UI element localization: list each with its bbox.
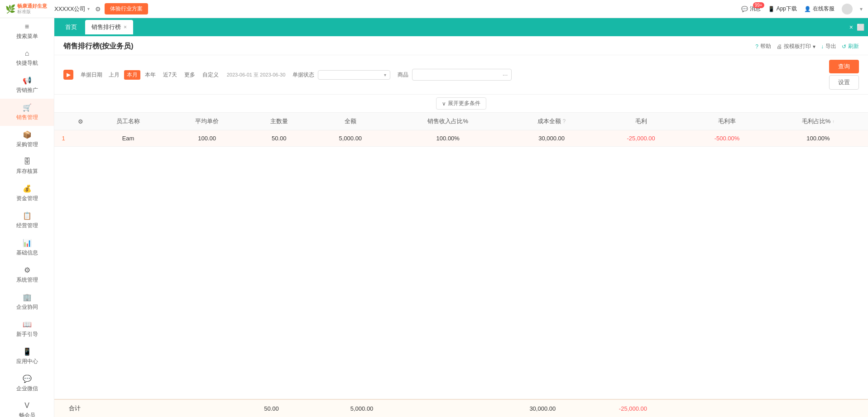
query-buttons: 查询 设置 (829, 60, 859, 90)
date-opt-4[interactable]: 更多 (182, 70, 198, 80)
messages-area[interactable]: 💬 消息 99+ (741, 5, 761, 13)
col-settings[interactable]: ⚙ (72, 113, 89, 130)
sidebar-item-system[interactable]: ⚙系统管理 (0, 261, 54, 288)
date-opt-1[interactable]: 本月 (124, 70, 140, 80)
app-download-area[interactable]: 📱 App下载 (768, 5, 797, 13)
window-max-btn[interactable]: ⬜ (857, 24, 864, 31)
sidebar-item-finance[interactable]: 💰资金管理 (0, 180, 54, 207)
sidebar-item-wechat[interactable]: 💬企业微信 (0, 370, 54, 397)
col-qty: 主数量 (246, 113, 312, 130)
online-service-area[interactable]: 👤 在线客服 (804, 5, 834, 13)
sidebar-label-search: 搜索菜单 (16, 33, 38, 40)
settings-icon[interactable]: ⚙ (95, 5, 101, 13)
table-row: 1 Eam 100.00 50.00 5,000.00 100.00% 30,0… (54, 130, 868, 147)
table-footer: 合计 50.00 5,000.00 30,000.00 -25,000.00 (54, 399, 868, 417)
setting-button[interactable]: 设置 (829, 75, 859, 90)
sidebar-label-wechat: 企业微信 (16, 385, 38, 393)
footer-gross: -25,000.00 (588, 405, 678, 412)
more-options-icon[interactable]: ··· (503, 71, 508, 78)
tab-close-icon[interactable]: × (124, 24, 127, 30)
sidebar-icon-marketing: 📢 (23, 76, 32, 85)
sidebar-item-app-center[interactable]: 📱应用中心 (0, 343, 54, 370)
content-area: 销售排行榜(按业务员) ? 帮助 🖨 按模板打印 ▾ ↓ 导出 (54, 36, 868, 417)
export-icon: ↓ (821, 43, 824, 50)
cell-sales-ratio: 100.00% (389, 130, 507, 147)
sidebar-label-app-center: 应用中心 (16, 358, 38, 365)
cell-gross-rate: -500.00% (686, 130, 768, 147)
sidebar-item-marketing[interactable]: 📢营销推广 (0, 72, 54, 99)
table-container: ⚙ 员工名称 平均单价 主数量 全额 销售收入占比% 成本全额 ? 毛利 毛利率 (54, 113, 868, 399)
expand-more-button[interactable]: ∨ 展开更多条件 (436, 97, 486, 110)
username: ▾ (860, 6, 863, 12)
top-right-area: 💬 消息 99+ 📱 App下载 👤 在线客服 ▾ (741, 4, 863, 14)
col-gross-ratio: 毛利占比% ↑ (768, 113, 868, 130)
tab-sales-ranking[interactable]: 销售排行榜 × (85, 20, 133, 34)
table-header-row: ⚙ 员工名称 平均单价 主数量 全额 销售收入占比% 成本全额 ? 毛利 毛利率 (54, 113, 868, 130)
header-actions: ? 帮助 🖨 按模板打印 ▾ ↓ 导出 ↺ 刷新 (755, 43, 859, 50)
tab-label: 销售排行榜 (91, 23, 121, 31)
gross-ratio-sort-icon[interactable]: ↑ (832, 119, 834, 124)
expand-more-row: ∨ 展开更多条件 (54, 95, 868, 113)
sidebar-item-guide[interactable]: 📖新手引导 (0, 316, 54, 343)
date-opt-0[interactable]: 上月 (106, 70, 122, 80)
sidebar-icon-purchase: 📦 (23, 130, 32, 139)
sidebar-item-sales[interactable]: 🛒销售管理 (0, 99, 54, 126)
col-gross: 毛利 (596, 113, 686, 130)
avatar[interactable] (842, 4, 853, 14)
sidebar-icon-enterprise: 🏢 (23, 293, 32, 302)
sidebar-item-enterprise[interactable]: 🏢企业协同 (0, 288, 54, 316)
sidebar-icon-inventory: 🗄 (24, 158, 31, 166)
status-label: 单据状态 (293, 71, 314, 79)
cost-help-icon[interactable]: ? (563, 118, 566, 125)
help-label: 帮助 (760, 43, 771, 50)
sidebar-label-inventory: 库存核算 (16, 168, 38, 175)
date-opt-5[interactable]: 自定义 (200, 70, 221, 80)
sidebar-label-enterprise: 企业协同 (16, 303, 38, 311)
sidebar: ≡搜索菜单⌂快捷导航📢营销推广🛒销售管理📦采购管理🗄库存核算💰资金管理📋经营管理… (0, 18, 54, 417)
online-service-label: 在线客服 (813, 5, 834, 13)
company-selector[interactable]: XXXXX公司 ▾ (54, 5, 90, 13)
footer-sales-ratio (407, 405, 498, 412)
sidebar-item-quick-nav[interactable]: ⌂快捷导航 (0, 45, 54, 72)
cell-cost: 30,000.00 (507, 130, 596, 147)
sidebar-item-operations[interactable]: 📋经营管理 (0, 207, 54, 234)
sidebar-label-guide: 新手引导 (16, 331, 38, 338)
sidebar-item-inventory[interactable]: 🗄库存核算 (0, 153, 54, 180)
footer-cells: 50.00 5,000.00 30,000.00 -25,000.00 (136, 405, 859, 412)
window-close-btn[interactable]: × (849, 24, 853, 31)
filter-toggle-arrow[interactable]: ▶ (63, 70, 73, 80)
goods-input[interactable]: ··· (412, 69, 512, 81)
date-opt-3[interactable]: 近7天 (160, 70, 180, 80)
query-button[interactable]: 查询 (829, 60, 859, 73)
print-button[interactable]: 🖨 按模板打印 ▾ (777, 43, 815, 50)
sidebar-icon-member: V (24, 402, 29, 410)
print-label: 按模板打印 (784, 43, 811, 50)
sidebar-item-purchase[interactable]: 📦采购管理 (0, 126, 54, 153)
date-options: 上月本月本年近7天更多自定义 (106, 70, 221, 80)
logo-text: 畅康通好生意 (17, 3, 47, 9)
date-opt-2[interactable]: 本年 (142, 70, 158, 80)
trial-button[interactable]: 体验行业方案 (105, 3, 148, 14)
sidebar-item-member[interactable]: V畅会员 (0, 397, 54, 417)
status-select[interactable]: ▾ (318, 70, 390, 80)
tab-bar: 首页 销售排行榜 × × ⬜ (54, 18, 868, 36)
sidebar-item-search[interactable]: ≡搜索菜单 (0, 18, 54, 45)
print-chevron-icon: ▾ (813, 43, 815, 50)
tab-home[interactable]: 首页 (58, 18, 84, 36)
col-avg-price: 平均单价 (168, 113, 246, 130)
top-bar: 🌿 畅康通好生意 标准版 XXXXX公司 ▾ ⚙ 体验行业方案 💬 消息 99+… (0, 0, 868, 18)
sidebar-label-basics: 基础信息 (16, 249, 38, 257)
goods-label: 商品 (398, 71, 408, 79)
sidebar-item-basics[interactable]: 📊基础信息 (0, 234, 54, 261)
refresh-icon: ↺ (842, 43, 846, 50)
footer-avg-price (136, 405, 226, 412)
expand-more-label: 展开更多条件 (448, 100, 480, 107)
footer-gross-rate (678, 405, 769, 412)
main-content: 首页 销售排行榜 × × ⬜ 销售排行榜(按业务员) ? 帮助 (54, 18, 868, 417)
help-button[interactable]: ? 帮助 (755, 43, 771, 50)
footer-gross-ratio (768, 405, 859, 412)
refresh-button[interactable]: ↺ 刷新 (842, 43, 859, 50)
sidebar-label-marketing: 营销推广 (16, 86, 38, 94)
col-sales-ratio: 销售收入占比% (389, 113, 507, 130)
export-button[interactable]: ↓ 导出 (821, 43, 836, 50)
